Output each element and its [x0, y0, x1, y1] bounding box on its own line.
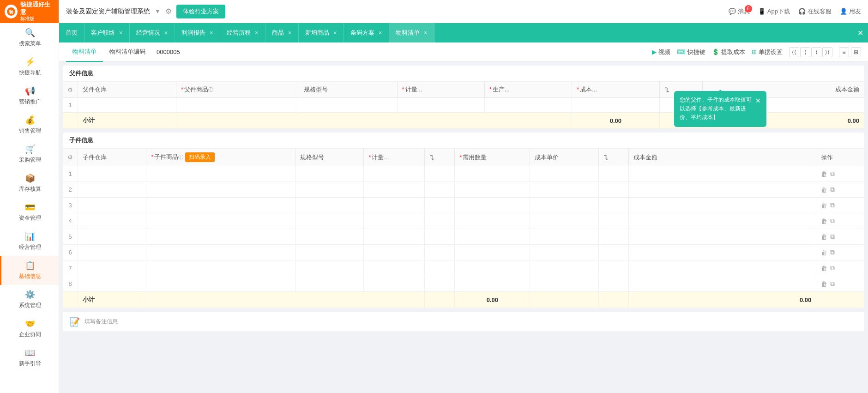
- child-row-7-spec[interactable]: [295, 260, 364, 276]
- child-row-6-spec[interactable]: [295, 245, 364, 260]
- tab-barcode-close[interactable]: ✕: [378, 30, 382, 36]
- child-row-3-unit[interactable]: [364, 198, 425, 213]
- close-all-tabs[interactable]: ✕: [853, 29, 868, 37]
- sidebar-item-search[interactable]: 🔍 搜索菜单: [0, 23, 59, 52]
- child-row-7-warehouse[interactable]: [78, 260, 146, 276]
- sidebar-item-basic[interactable]: 📋 基础信息: [0, 256, 59, 285]
- child-row-2-product[interactable]: [146, 182, 295, 198]
- tab-customer[interactable]: 客户联络 ✕: [84, 23, 130, 42]
- child-row-4-unit[interactable]: [364, 213, 425, 229]
- experience-btn[interactable]: 体验行业方案: [176, 5, 225, 18]
- child-row-1-spec[interactable]: [295, 166, 364, 182]
- sidebar-item-finance[interactable]: 💳 资金管理: [0, 198, 59, 227]
- child-row-7-qty[interactable]: [455, 260, 530, 276]
- child-row-1-copy-icon[interactable]: ⧉: [830, 170, 835, 178]
- list-view-btn[interactable]: ≡: [839, 47, 849, 57]
- child-row-7-unit[interactable]: [364, 260, 425, 276]
- child-row-6-product[interactable]: [146, 245, 295, 260]
- nav-next[interactable]: ⟩: [811, 47, 821, 57]
- parent-row-1-product[interactable]: [176, 98, 299, 113]
- parent-row-1-spec[interactable]: [299, 98, 397, 113]
- message-item[interactable]: 💬 消息 6: [729, 7, 750, 16]
- child-row-1-delete-icon[interactable]: 🗑: [821, 170, 827, 178]
- sidebar-item-guide[interactable]: 📖 新手引导: [0, 343, 59, 372]
- child-row-5-unit-cost[interactable]: [530, 229, 598, 245]
- child-row-3-delete-icon[interactable]: 🗑: [821, 202, 827, 209]
- settings-btn[interactable]: ⊞ 单据设置: [752, 48, 783, 56]
- child-row-5-copy-icon[interactable]: ⧉: [830, 233, 835, 241]
- note-hint[interactable]: 填写备注信息: [84, 318, 118, 326]
- child-row-5-delete-icon[interactable]: 🗑: [821, 233, 827, 241]
- child-row-5-product[interactable]: [146, 229, 295, 245]
- scan-input-btn[interactable]: 扫码录入: [185, 152, 215, 162]
- child-row-5-unit[interactable]: [364, 229, 425, 245]
- tab-new-goods-close[interactable]: ✕: [333, 30, 337, 36]
- child-row-6-qty[interactable]: [455, 245, 530, 260]
- tab-history-close[interactable]: ✕: [254, 30, 259, 36]
- tab-history[interactable]: 经营历程 ✕: [220, 23, 265, 42]
- parent-row-1-production[interactable]: [484, 98, 572, 113]
- child-row-1-unit[interactable]: [364, 166, 425, 182]
- sidebar-item-inventory[interactable]: 📦 库存核算: [0, 169, 59, 198]
- tooltip-close-btn[interactable]: ✕: [755, 96, 761, 106]
- child-row-8-unit-cost[interactable]: [530, 276, 598, 292]
- tab-customer-close[interactable]: ✕: [119, 30, 123, 36]
- online-service-item[interactable]: 🎧 在线客服: [798, 7, 832, 16]
- child-row-6-delete-icon[interactable]: 🗑: [821, 249, 827, 256]
- child-row-2-spec[interactable]: [295, 182, 364, 198]
- parent-col-settings[interactable]: ⚙: [63, 82, 78, 98]
- child-row-3-warehouse[interactable]: [78, 198, 146, 213]
- child-row-4-unit-cost[interactable]: [530, 213, 598, 229]
- child-row-8-delete-icon[interactable]: 🗑: [821, 280, 827, 288]
- child-row-5-qty[interactable]: [455, 229, 530, 245]
- child-row-4-spec[interactable]: [295, 213, 364, 229]
- child-row-8-spec[interactable]: [295, 276, 364, 292]
- child-row-4-warehouse[interactable]: [78, 213, 146, 229]
- sidebar-item-system[interactable]: ⚙️ 系统管理: [0, 285, 59, 314]
- nav-prev-prev[interactable]: ⟨⟨: [789, 47, 799, 57]
- child-row-5-spec[interactable]: [295, 229, 364, 245]
- sidebar-item-quick-nav[interactable]: ⚡ 快捷导航: [0, 52, 59, 81]
- shortcut-btn[interactable]: ⌨ 快捷键: [677, 48, 705, 56]
- child-row-4-product[interactable]: [146, 213, 295, 229]
- tab-new-goods[interactable]: 新增商品 ✕: [299, 23, 344, 42]
- inner-tab-bom[interactable]: 物料清单: [66, 42, 103, 62]
- sidebar-item-marketing[interactable]: 📢 营销推广: [0, 81, 59, 110]
- tab-bom[interactable]: 物料清单 ✕: [389, 23, 434, 42]
- child-row-6-copy-icon[interactable]: ⧉: [830, 248, 835, 256]
- child-row-7-copy-icon[interactable]: ⧉: [830, 264, 835, 272]
- tab-barcode[interactable]: 条码方案 ✕: [344, 23, 389, 42]
- child-row-1-unit-cost[interactable]: [530, 166, 598, 182]
- parent-row-1-cost[interactable]: [572, 98, 659, 113]
- tab-profit-close[interactable]: ✕: [209, 30, 213, 36]
- child-row-1-qty[interactable]: [455, 166, 530, 182]
- child-row-5-warehouse[interactable]: [78, 229, 146, 245]
- child-col-settings[interactable]: ⚙: [63, 149, 78, 166]
- child-row-7-product[interactable]: [146, 260, 295, 276]
- tab-profit[interactable]: 利润报告 ✕: [175, 23, 220, 42]
- grid-view-btn[interactable]: ⊞: [851, 47, 861, 57]
- child-row-2-unit[interactable]: [364, 182, 425, 198]
- child-row-4-copy-icon[interactable]: ⧉: [830, 217, 835, 225]
- sidebar-item-sales[interactable]: 💰 销售管理: [0, 110, 59, 139]
- tab-goods-close[interactable]: ✕: [288, 30, 292, 36]
- video-btn[interactable]: ▶ 视频: [652, 48, 670, 56]
- tab-goods[interactable]: 商品 ✕: [265, 23, 299, 42]
- child-row-2-delete-icon[interactable]: 🗑: [821, 186, 827, 193]
- child-row-3-qty[interactable]: [455, 198, 530, 213]
- child-row-8-product[interactable]: [146, 276, 295, 292]
- child-row-2-qty[interactable]: [455, 182, 530, 198]
- child-row-8-qty[interactable]: [455, 276, 530, 292]
- nav-next-next[interactable]: ⟩⟩: [822, 47, 832, 57]
- child-row-3-spec[interactable]: [295, 198, 364, 213]
- tab-operation-status[interactable]: 经营情况 ✕: [130, 23, 175, 42]
- app-download-item[interactable]: 📱 App下载: [758, 7, 790, 16]
- user-item[interactable]: 👤 用友: [840, 7, 861, 16]
- inner-tab-bom-code[interactable]: 物料清单编码: [103, 42, 152, 62]
- child-row-1-product[interactable]: [146, 166, 295, 182]
- child-row-6-unit[interactable]: [364, 245, 425, 260]
- parent-row-1-unit[interactable]: [397, 98, 484, 113]
- parent-row-1-warehouse[interactable]: [78, 98, 176, 113]
- child-row-2-copy-icon[interactable]: ⧉: [830, 186, 835, 193]
- child-row-8-warehouse[interactable]: [78, 276, 146, 292]
